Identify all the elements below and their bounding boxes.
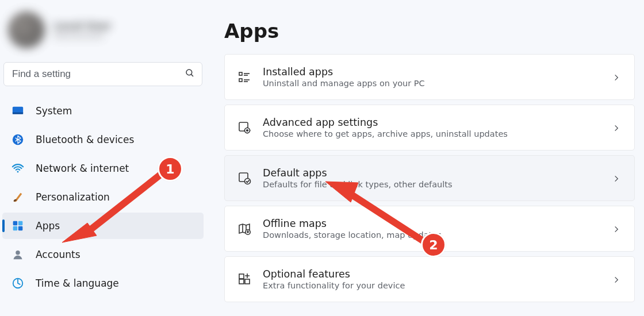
card-title: Installed apps — [263, 66, 612, 78]
svg-rect-3 — [13, 113, 23, 114]
sidebar-item-label: Bluetooth & devices — [36, 134, 134, 145]
card-subtitle: Downloads, storage location, map updates — [263, 230, 612, 240]
clock-globe-icon — [12, 277, 24, 290]
settings-sidebar: Local User local.account System Bluetoot… — [0, 0, 205, 316]
sidebar-item-apps[interactable]: Apps — [2, 213, 204, 239]
svg-rect-8 — [13, 226, 18, 231]
svg-rect-9 — [18, 226, 23, 231]
search-input[interactable] — [12, 68, 185, 80]
svg-rect-25 — [245, 279, 250, 284]
bluetooth-icon — [12, 133, 24, 146]
installed-apps-icon — [236, 69, 252, 85]
sidebar-item-label: Personalization — [36, 191, 110, 203]
svg-point-22 — [245, 179, 251, 184]
sidebar-item-label: Accounts — [36, 249, 80, 260]
card-installed-apps[interactable]: Installed apps Uninstall and manage apps… — [224, 54, 635, 100]
sidebar-item-label: Network & internet — [36, 163, 129, 174]
chevron-right-icon — [612, 275, 620, 283]
default-apps-icon — [236, 170, 252, 186]
card-title: Advanced app settings — [263, 117, 612, 128]
card-optional-features[interactable]: Optional features Extra functionality fo… — [224, 256, 635, 302]
svg-point-10 — [16, 251, 20, 255]
accounts-icon — [12, 248, 24, 261]
card-advanced-app-settings[interactable]: Advanced app settings Choose where to ge… — [224, 105, 635, 151]
sidebar-item-time-language[interactable]: Time & language — [2, 270, 204, 296]
optional-features-icon — [236, 271, 252, 287]
apps-icon — [12, 219, 24, 232]
sidebar-item-bluetooth[interactable]: Bluetooth & devices — [2, 126, 204, 153]
paintbrush-icon — [12, 191, 24, 203]
profile-name: Local User — [54, 20, 112, 32]
card-title: Optional features — [263, 268, 612, 280]
sidebar-item-label: System — [36, 105, 72, 117]
svg-rect-12 — [239, 72, 242, 75]
profile-email: local.account — [54, 32, 112, 40]
card-subtitle: Uninstall and manage apps on your PC — [263, 79, 612, 88]
sidebar-item-label: Apps — [36, 220, 60, 232]
svg-rect-26 — [239, 274, 244, 279]
sidebar-item-accounts[interactable]: Accounts — [2, 241, 204, 268]
system-icon — [12, 105, 24, 117]
user-profile[interactable]: Local User local.account — [2, 10, 202, 57]
chevron-right-icon — [612, 124, 620, 132]
card-title: Default apps — [263, 167, 612, 179]
card-subtitle: Extra functionality for your device — [263, 281, 612, 290]
card-default-apps[interactable]: Default apps Defaults for file and link … — [224, 155, 635, 201]
search-icon — [185, 68, 195, 80]
page-title: Apps — [224, 20, 635, 43]
chevron-right-icon — [612, 225, 620, 233]
svg-point-5 — [17, 171, 19, 172]
chevron-right-icon — [612, 73, 620, 81]
offline-maps-icon — [236, 221, 252, 237]
settings-search[interactable] — [3, 62, 202, 86]
card-offline-maps[interactable]: Offline maps Downloads, storage location… — [224, 206, 635, 252]
wifi-icon — [12, 162, 24, 175]
sidebar-item-label: Time & language — [36, 278, 119, 289]
sidebar-nav: System Bluetooth & devices Network & int… — [2, 98, 204, 296]
profile-text: Local User local.account — [54, 20, 112, 40]
advanced-settings-icon — [236, 120, 252, 136]
settings-main: Apps Installed apps Uninstall and manage… — [205, 0, 644, 316]
card-subtitle: Choose where to get apps, archive apps, … — [263, 129, 612, 138]
card-title: Offline maps — [263, 218, 612, 229]
card-subtitle: Defaults for file and link types, other … — [263, 180, 612, 189]
svg-point-20 — [247, 130, 248, 132]
svg-rect-24 — [239, 279, 244, 284]
svg-rect-7 — [18, 221, 23, 226]
svg-line-1 — [191, 74, 193, 76]
svg-rect-13 — [239, 79, 242, 82]
chevron-right-icon — [612, 174, 620, 182]
sidebar-item-network[interactable]: Network & internet — [2, 155, 204, 182]
avatar — [8, 11, 45, 48]
svg-point-0 — [186, 70, 192, 75]
svg-rect-6 — [13, 221, 18, 226]
sidebar-item-system[interactable]: System — [2, 98, 204, 124]
sidebar-item-personalization[interactable]: Personalization — [2, 184, 204, 210]
